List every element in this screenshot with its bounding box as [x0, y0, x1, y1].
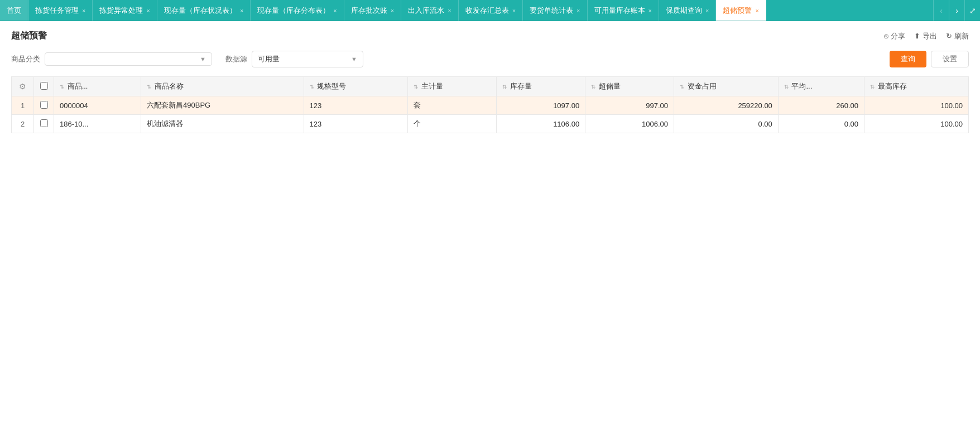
filter-row: 商品分类 ▼ 数据源 可用量 ▼ 查询 设置	[11, 51, 969, 67]
row-spec-1: 123	[304, 115, 408, 133]
nav-inout-flow[interactable]: 出入库流水 ×	[401, 0, 458, 21]
share-icon: ⎋	[884, 32, 888, 40]
sort-avg-icon[interactable]: ⇅	[784, 84, 789, 90]
th-max-stock: ⇅ 最高库存	[864, 77, 969, 96]
row-maxstock-1: 100.00	[864, 115, 969, 133]
row-product-code-0: 0000004	[54, 96, 141, 115]
nav-home[interactable]: 首页	[0, 0, 28, 21]
datasource-chevron-icon: ▼	[351, 56, 357, 62]
sort-product-code-icon[interactable]: ⇅	[60, 84, 64, 90]
close-order-stats[interactable]: ×	[577, 7, 580, 14]
nav-overstock-warning[interactable]: 超储预警 ×	[716, 0, 766, 21]
select-all-checkbox[interactable]	[40, 82, 48, 90]
row-checkbox-1[interactable]	[40, 119, 48, 127]
export-action[interactable]: ⬆ 导出	[914, 31, 937, 41]
page-title: 超储预警	[11, 30, 47, 42]
row-stock-0: 1097.00	[497, 96, 585, 115]
row-product-name-0: 六配套新昌490BPG	[141, 96, 304, 115]
nav-exception-handling[interactable]: 拣货异常处理 ×	[93, 0, 157, 21]
th-checkbox	[34, 77, 54, 96]
refresh-action[interactable]: ↻ 刷新	[946, 31, 969, 41]
close-receive-summary[interactable]: ×	[512, 7, 516, 14]
row-avg-0: 260.00	[778, 96, 864, 115]
datasource-select[interactable]: 可用量 ▼	[252, 51, 363, 67]
nav-next-arrow[interactable]: ›	[949, 0, 964, 21]
row-unit-1: 个	[408, 115, 497, 133]
top-navigation: 首页 拣货任务管理 × 拣货异常处理 × 现存量（库存状况表） × 现存量（库存…	[0, 0, 980, 21]
datasource-value: 可用量	[258, 54, 280, 64]
close-overstock-warning[interactable]: ×	[755, 7, 758, 14]
close-inventory-status[interactable]: ×	[240, 7, 243, 14]
nav-task-management[interactable]: 拣货任务管理 ×	[28, 0, 93, 21]
row-unit-0: 套	[408, 96, 497, 115]
table-row: 1 0000004 六配套新昌490BPG 123 套 1097.00 997.…	[12, 96, 969, 115]
row-spec-0: 123	[304, 96, 408, 115]
table-body: 1 0000004 六配套新昌490BPG 123 套 1097.00 997.…	[12, 96, 969, 133]
row-checkbox-0[interactable]	[40, 101, 48, 109]
close-inout-flow[interactable]: ×	[448, 7, 451, 14]
row-product-name-1: 机油滤清器	[141, 115, 304, 133]
sort-stock-icon[interactable]: ⇅	[502, 84, 507, 90]
category-chevron-icon: ▼	[200, 56, 206, 62]
close-inventory-distribution[interactable]: ×	[333, 7, 337, 14]
category-label: 商品分类	[11, 54, 40, 64]
filter-actions: 查询 设置	[890, 51, 969, 67]
sort-product-name-icon[interactable]: ⇅	[147, 84, 151, 90]
th-avg: ⇅ 平均...	[778, 77, 864, 96]
nav-quality-query[interactable]: 保质期查询 ×	[659, 0, 716, 21]
share-action[interactable]: ⎋ 分享	[884, 31, 905, 41]
th-product-code: ⇅ 商品...	[54, 77, 141, 96]
row-stock-1: 1106.00	[497, 115, 585, 133]
page-container: 超储预警 ⎋ 分享 ⬆ 导出 ↻ 刷新 商品分类 ▼ 数据源	[0, 21, 980, 446]
row-num-1: 2	[12, 115, 34, 133]
setting-button[interactable]: 设置	[931, 51, 969, 67]
th-over-stock: ⇅ 超储量	[585, 77, 674, 96]
row-avg-1: 0.00	[778, 115, 864, 133]
table-settings-icon[interactable]: ⚙	[19, 82, 26, 91]
datasource-filter: 数据源 可用量 ▼	[225, 51, 363, 67]
query-button[interactable]: 查询	[890, 51, 926, 67]
nav-inventory-distribution[interactable]: 现存量（库存分布表） ×	[251, 0, 344, 21]
th-spec: ⇅ 规格型号	[304, 77, 408, 96]
sort-unit-icon[interactable]: ⇅	[414, 84, 418, 90]
table-header: ⚙ ⇅ 商品... ⇅ 商品名称 ⇅ 规格型号 ⇅	[12, 77, 969, 96]
sort-maxstock-icon[interactable]: ⇅	[870, 84, 875, 90]
close-task-management[interactable]: ×	[82, 7, 85, 14]
sort-overstock-icon[interactable]: ⇅	[591, 84, 595, 90]
row-checkbox-cell-0	[34, 96, 54, 115]
th-stock: ⇅ 库存量	[497, 77, 585, 96]
nav-batch-account[interactable]: 库存批次账 ×	[344, 0, 401, 21]
refresh-icon: ↻	[946, 32, 952, 40]
datasource-label: 数据源	[225, 54, 247, 64]
th-product-name: ⇅ 商品名称	[141, 77, 304, 96]
row-overstock-0: 997.00	[585, 96, 674, 115]
th-capital: ⇅ 资金占用	[674, 77, 778, 96]
nav-inventory-status[interactable]: 现存量（库存状况表） ×	[157, 0, 251, 21]
nav-arrows: ‹ › ⤢	[933, 0, 980, 21]
page-actions: ⎋ 分享 ⬆ 导出 ↻ 刷新	[884, 31, 969, 41]
close-quality-query[interactable]: ×	[705, 7, 709, 14]
row-num-0: 1	[12, 96, 34, 115]
row-product-code-1: 186-10...	[54, 115, 141, 133]
data-table: ⚙ ⇅ 商品... ⇅ 商品名称 ⇅ 规格型号 ⇅	[11, 76, 969, 133]
nav-expand-arrow[interactable]: ⤢	[964, 0, 980, 21]
nav-order-stats[interactable]: 要货单统计表 ×	[523, 0, 587, 21]
category-select[interactable]: ▼	[45, 52, 212, 66]
export-icon: ⬆	[914, 32, 920, 40]
close-available-stock[interactable]: ×	[648, 7, 652, 14]
sort-spec-icon[interactable]: ⇅	[310, 84, 314, 90]
page-header: 超储预警 ⎋ 分享 ⬆ 导出 ↻ 刷新	[11, 30, 969, 42]
close-exception-handling[interactable]: ×	[146, 7, 150, 14]
row-checkbox-cell-1	[34, 115, 54, 133]
nav-available-stock[interactable]: 可用量库存账本 ×	[588, 0, 659, 21]
row-maxstock-0: 100.00	[864, 96, 969, 115]
th-unit: ⇅ 主计量	[408, 77, 497, 96]
nav-receive-summary[interactable]: 收发存汇总表 ×	[459, 0, 523, 21]
th-settings: ⚙	[12, 77, 34, 96]
close-batch-account[interactable]: ×	[391, 7, 394, 14]
nav-prev-arrow[interactable]: ‹	[933, 0, 949, 21]
table-row: 2 186-10... 机油滤清器 123 个 1106.00 1006.00 …	[12, 115, 969, 133]
category-filter: 商品分类 ▼	[11, 52, 212, 66]
row-overstock-1: 1006.00	[585, 115, 674, 133]
sort-capital-icon[interactable]: ⇅	[680, 84, 684, 90]
